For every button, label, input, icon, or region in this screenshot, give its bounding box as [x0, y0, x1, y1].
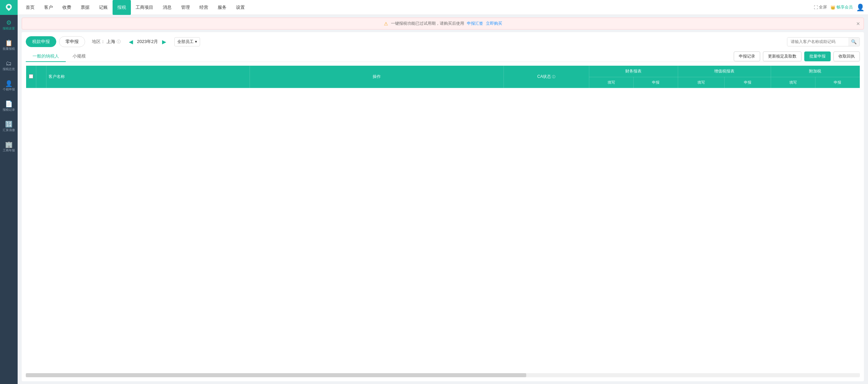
batch-declare-btn[interactable]: 批量申报	[804, 51, 831, 61]
th-sur-declare: 申报	[815, 77, 860, 88]
nav-message[interactable]: 消息	[158, 0, 176, 15]
crown-icon: 👑	[830, 5, 835, 10]
toolbar-row: 税款申报 零申报 地区： 上海 ⓘ ◀ 2023年2月 ▶ 全部员工 ▾	[26, 36, 860, 47]
region-info-icon[interactable]: ⓘ	[117, 39, 121, 45]
svg-point-0	[7, 5, 11, 8]
select-all-checkbox[interactable]	[29, 74, 33, 79]
calc-icon: 🔢	[5, 121, 13, 127]
nav-client[interactable]: 客户	[39, 0, 58, 15]
th-fin-declare: 申报	[633, 77, 678, 88]
sidebar-item-business-report[interactable]: 🏢 工商年报	[0, 137, 18, 157]
sidebar-label-personal-tax: 个税申报	[3, 88, 15, 91]
date-prev-btn[interactable]: ◀	[127, 39, 134, 45]
sidebar-label-batch-tax: 批量报税	[3, 47, 15, 51]
overview-icon: 🗂	[6, 60, 12, 66]
sidebar-item-batch-tax[interactable]: 📋 批量报税	[0, 35, 18, 56]
sidebar-label-tax-overview: 报税总览	[3, 67, 15, 71]
ca-info-icon[interactable]: ⓘ	[552, 75, 555, 79]
main-wrapper: 首页 客户 收费 票据 记账 报税 工商项目 消息 管理 经营 服务 设置 ⛶ …	[18, 0, 868, 384]
update-check-btn[interactable]: 更新核定及取数	[763, 51, 802, 61]
dept-selector[interactable]: 全部员工 ▾	[174, 37, 200, 46]
sub-tabs-row: 一般的纳税人 小规模 申报记录 更新核定及取数 批量申报 收取回执	[26, 51, 860, 62]
tax-panel: 税款申报 零申报 地区： 上海 ⓘ ◀ 2023年2月 ▶ 全部员工 ▾	[22, 32, 864, 381]
th-vat-report: 增值税报表	[678, 66, 771, 77]
records-icon: 📄	[5, 101, 13, 107]
sidebar-label-tax-settings: 报税设置	[3, 27, 15, 30]
declare-record-btn[interactable]: 申报记录	[734, 51, 760, 61]
sidebar-logo[interactable]	[0, 0, 18, 15]
notice-link-declare[interactable]: 申报汇签	[467, 21, 483, 26]
search-box: 🔍	[787, 37, 860, 46]
sidebar-item-calc-clear[interactable]: 🔢 汇算清缴	[0, 116, 18, 137]
notice-text: 一键报税功能已过试用期，请购买后使用	[391, 21, 464, 26]
th-financial-report: 财务报表	[589, 66, 678, 77]
search-button[interactable]: 🔍	[848, 38, 860, 46]
th-checkbox[interactable]	[26, 66, 36, 88]
sidebar-label-calc-clear: 汇算清缴	[3, 128, 15, 132]
th-fin-write: 填写	[589, 77, 633, 88]
th-sur-write: 填写	[771, 77, 815, 88]
th-num	[36, 66, 46, 88]
personal-icon: 👤	[5, 81, 13, 87]
tab-zero-declare[interactable]: 零申报	[59, 36, 85, 47]
content-area: ⚠ 一键报税功能已过试用期，请购买后使用 申报汇签 立即购买 ✕ 税款申报 零申…	[18, 15, 868, 384]
sub-tab-general[interactable]: 一般的纳税人	[26, 51, 66, 62]
region-value: 上海	[106, 39, 115, 45]
upgrade-label: 畅享会员	[836, 4, 853, 10]
client-table: 客户名称 操作 CA状态 ⓘ 财务报表 增值税报表 附加税 填写	[26, 65, 860, 88]
date-nav: ◀ 2023年2月 ▶	[127, 39, 167, 45]
notice-link-buy[interactable]: 立即购买	[486, 21, 502, 26]
search-input[interactable]	[787, 38, 848, 46]
tab-tax-declare[interactable]: 税款申报	[26, 36, 56, 47]
nav-settings[interactable]: 设置	[231, 0, 250, 15]
scrollbar-thumb[interactable]	[26, 373, 526, 377]
settings-icon: ⚙	[6, 20, 12, 26]
nav-operations[interactable]: 经营	[195, 0, 213, 15]
nav-bizproject[interactable]: 工商项目	[131, 0, 158, 15]
batch-icon: 📋	[5, 40, 13, 46]
business-icon: 🏢	[5, 142, 13, 148]
region-text-label: 地区：	[92, 39, 105, 45]
nav-home[interactable]: 首页	[21, 0, 39, 15]
dept-label: 全部员工	[177, 39, 194, 45]
sidebar-item-tax-overview[interactable]: 🗂 报税总览	[0, 56, 18, 76]
sidebar-item-tax-settings[interactable]: ⚙ 报税设置	[0, 15, 18, 35]
th-surcharge-tax: 附加税	[771, 66, 860, 77]
nav-service[interactable]: 服务	[213, 0, 231, 15]
sub-tab-small[interactable]: 小规模	[66, 51, 93, 62]
nav-billing[interactable]: 收费	[58, 0, 76, 15]
region-selector: 地区： 上海 ⓘ	[92, 39, 121, 45]
action-buttons: 申报记录 更新核定及取数 批量申报 收取回执	[734, 51, 860, 61]
top-navigation: 首页 客户 收费 票据 记账 报税 工商项目 消息 管理 经营 服务 设置 ⛶ …	[18, 0, 868, 15]
th-vat-write: 填写	[678, 77, 724, 88]
notice-close-btn[interactable]: ✕	[856, 21, 860, 26]
warning-icon: ⚠	[384, 21, 388, 26]
date-display: 2023年2月	[137, 39, 158, 45]
fullscreen-btn[interactable]: ⛶ 全屏	[814, 4, 827, 10]
th-vat-declare: 申报	[724, 77, 771, 88]
sidebar-item-tax-records[interactable]: 📄 报税记录	[0, 96, 18, 116]
nav-bookkeeping[interactable]: 记账	[94, 0, 113, 15]
user-avatar[interactable]: 👤	[856, 3, 865, 12]
horizontal-scrollbar[interactable]	[26, 373, 860, 377]
dept-chevron-icon: ▾	[195, 39, 197, 44]
ca-col-label: CA状态	[537, 74, 552, 79]
nav-manage[interactable]: 管理	[176, 0, 195, 15]
topnav-right: ⛶ 全屏 👑 畅享会员 👤	[814, 3, 865, 12]
fullscreen-icon: ⛶	[814, 5, 818, 10]
nav-tax[interactable]: 报税	[113, 0, 131, 15]
sidebar: ⚙ 报税设置 📋 批量报税 🗂 报税总览 👤 个税申报 📄 报税记录 🔢 汇算清…	[0, 0, 18, 384]
th-operation: 操作	[250, 66, 504, 88]
upgrade-btn[interactable]: 👑 畅享会员	[830, 4, 853, 10]
notice-bar: ⚠ 一键报税功能已过试用期，请购买后使用 申报汇签 立即购买 ✕	[22, 18, 864, 29]
sidebar-label-tax-records: 报税记录	[3, 108, 15, 112]
th-ca-status: CA状态 ⓘ	[504, 66, 589, 88]
fullscreen-label: 全屏	[819, 4, 827, 10]
table-scroll-wrapper: 客户名称 操作 CA状态 ⓘ 财务报表 增值税报表 附加税 填写	[26, 65, 860, 372]
retrieve-btn[interactable]: 收取回执	[833, 51, 860, 61]
nav-invoice[interactable]: 票据	[76, 0, 94, 15]
avatar-icon: 👤	[856, 3, 865, 12]
date-next-btn[interactable]: ▶	[161, 39, 167, 45]
th-client[interactable]: 客户名称	[46, 66, 250, 88]
sidebar-item-personal-tax[interactable]: 👤 个税申报	[0, 76, 18, 96]
